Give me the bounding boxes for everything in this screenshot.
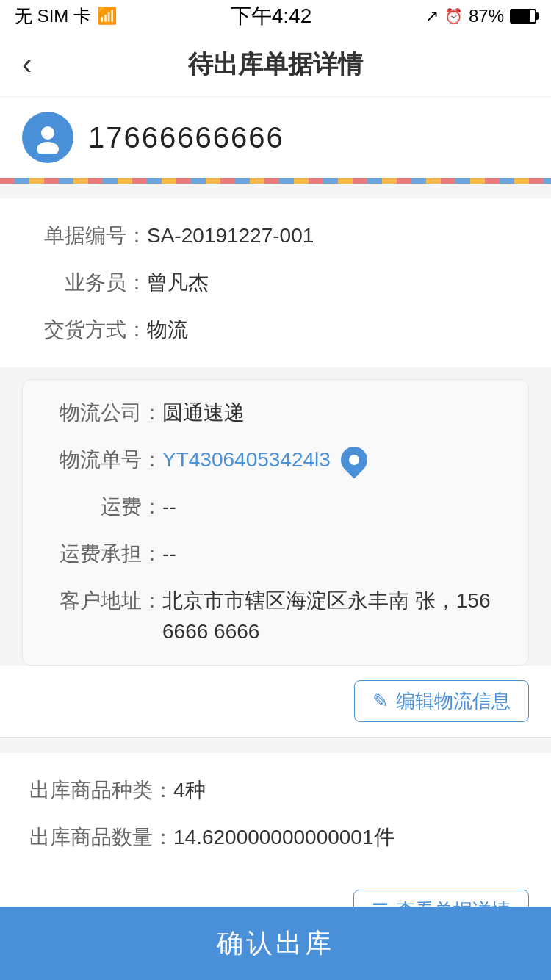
document-number-label: 单据编号：: [29, 220, 147, 251]
address-label: 客户地址：: [45, 586, 162, 616]
wifi-icon: 📶: [97, 7, 117, 26]
address-row: 客户地址： 北京市市辖区海淀区永丰南 张，156 6666 6666: [45, 586, 506, 647]
edit-button-row: ✎ 编辑物流信息: [0, 666, 551, 737]
tracking-location-icon[interactable]: [341, 447, 367, 473]
freight-label: 运费：: [45, 491, 162, 522]
product-types-label: 出库商品种类：: [29, 775, 173, 806]
svg-point-1: [37, 142, 59, 154]
product-types-row: 出库商品种类： 4种: [29, 775, 522, 806]
delivery-row: 交货方式： 物流: [29, 314, 522, 345]
confirm-button[interactable]: 确认出库: [0, 907, 551, 980]
address-value: 北京市市辖区海淀区永丰南 张，156 6666 6666: [162, 586, 506, 647]
product-quantity-value: 14.620000000000001件: [173, 822, 522, 853]
logistics-company-value: 圆通速递: [162, 397, 506, 428]
logistics-tracking-label: 物流单号：: [45, 444, 162, 475]
back-button[interactable]: ‹: [22, 48, 32, 81]
confirm-button-label: 确认出库: [217, 926, 334, 962]
freight-value: --: [162, 491, 506, 522]
customer-header: 17666666666: [0, 97, 551, 178]
section-divider: [0, 737, 551, 738]
logistics-company-label: 物流公司：: [45, 397, 162, 428]
freight-bearer-value: --: [162, 538, 506, 569]
document-number-value: SA-20191227-001: [147, 220, 522, 251]
logistics-tracking-value: YT43064053424l3: [162, 444, 506, 475]
battery-label: 87%: [469, 6, 504, 26]
svg-point-0: [41, 126, 54, 140]
customer-phone: 17666666666: [88, 121, 284, 154]
document-info-section: 单据编号： SA-20191227-001 业务员： 曾凡杰 交货方式： 物流: [0, 198, 551, 367]
salesman-label: 业务员：: [29, 267, 147, 298]
delivery-label: 交货方式：: [29, 314, 147, 345]
logistics-box: 物流公司： 圆通速递 物流单号： YT43064053424l3 运费： -- …: [22, 379, 529, 666]
alarm-icon: ⏰: [444, 7, 463, 25]
salesman-value: 曾凡杰: [147, 267, 522, 298]
tracking-number-text: YT43064053424l3: [162, 444, 331, 475]
product-quantity-label: 出库商品数量：: [29, 822, 173, 853]
logistics-company-row: 物流公司： 圆通速递: [45, 397, 506, 428]
carrier-label: 无 SIM 卡: [15, 4, 91, 28]
salesman-row: 业务员： 曾凡杰: [29, 267, 522, 298]
nav-bar: ‹ 待出库单据详情: [0, 32, 551, 97]
freight-bearer-label: 运费承担：: [45, 538, 162, 569]
battery-icon: [510, 9, 536, 24]
user-avatar-icon: [32, 121, 64, 154]
status-right: ↗ ⏰ 87%: [425, 6, 536, 26]
logistics-tracking-row: 物流单号： YT43064053424l3: [45, 444, 506, 475]
product-summary-section: 出库商品种类： 4种 出库商品数量： 14.620000000000001件: [0, 753, 551, 875]
freight-row: 运费： --: [45, 491, 506, 522]
avatar: [22, 112, 73, 163]
product-types-value: 4种: [173, 775, 522, 806]
freight-bearer-row: 运费承担： --: [45, 538, 506, 569]
page-title: 待出库单据详情: [188, 48, 363, 82]
product-quantity-row: 出库商品数量： 14.620000000000001件: [29, 822, 522, 853]
edit-icon: ✎: [372, 690, 389, 713]
status-time: 下午4:42: [231, 2, 312, 30]
status-bar: 无 SIM 卡 📶 下午4:42 ↗ ⏰ 87%: [0, 0, 551, 32]
document-number-row: 单据编号： SA-20191227-001: [29, 220, 522, 251]
status-left: 无 SIM 卡 📶: [15, 4, 117, 28]
dashed-divider: [0, 178, 551, 184]
location-status-icon: ↗: [425, 7, 439, 26]
edit-logistics-button[interactable]: ✎ 编辑物流信息: [354, 680, 529, 722]
delivery-value: 物流: [147, 314, 522, 345]
edit-button-label: 编辑物流信息: [396, 688, 511, 714]
